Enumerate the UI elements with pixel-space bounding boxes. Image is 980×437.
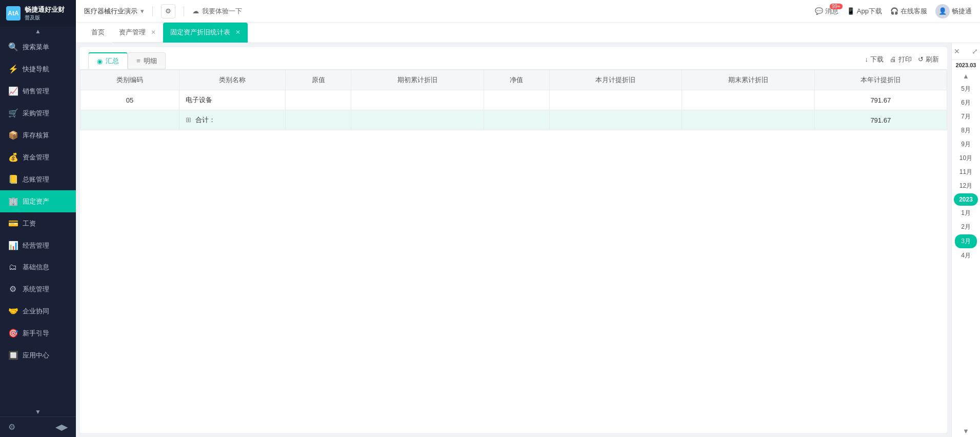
total-label: ⊞ 合计：	[179, 110, 286, 130]
download-button[interactable]: ↓ 下载	[865, 55, 884, 64]
date-month-10[interactable]: 10月	[952, 151, 980, 165]
col-name: 类别名称	[179, 70, 286, 90]
right-panel-header: ✕ ⤢	[952, 43, 980, 60]
total-monthly	[549, 110, 682, 130]
main-area: 医疗器械行业演示 ▾ ⚙ ☁ 我要体验一下 💬 消息 99+ 📱 App下载 🎧…	[76, 0, 980, 437]
sidebar-item-label: 经营管理	[23, 241, 49, 250]
user-menu-button[interactable]: 👤 畅捷通	[935, 4, 972, 18]
table-row: 05 电子设备 791.67	[81, 90, 947, 110]
tab-depreciation-label: 固定资产折旧统计表	[170, 28, 230, 37]
sidebar-scroll-down[interactable]: ▼	[0, 407, 76, 416]
topbar: 医疗器械行业演示 ▾ ⚙ ☁ 我要体验一下 💬 消息 99+ 📱 App下载 🎧…	[76, 0, 980, 23]
divider-2	[184, 6, 184, 16]
sidebar-item-app-center[interactable]: 🔲 应用中心	[0, 344, 76, 366]
sidebar-item-search[interactable]: 🔍 搜索菜单	[0, 36, 76, 58]
sidebar-item-purchase[interactable]: 🛒 采购管理	[0, 102, 76, 124]
date-nav-up[interactable]: ▲	[952, 70, 980, 82]
headset-icon: 🎧	[890, 7, 898, 15]
sidebar-item-collaboration[interactable]: 🤝 企业协同	[0, 300, 76, 322]
date-month-5[interactable]: 5月	[952, 82, 980, 96]
date-month-2[interactable]: 2月	[952, 220, 980, 234]
date-nav-down[interactable]: ▼	[952, 425, 980, 437]
sidebar-item-label: 工资	[23, 219, 36, 228]
sidebar-item-guide[interactable]: 🎯 新手引导	[0, 322, 76, 344]
date-month-3-active[interactable]: 3月	[955, 234, 977, 248]
row-monthly	[549, 90, 682, 110]
sidebar-item-label: 应用中心	[23, 351, 49, 360]
date-month-9[interactable]: 9月	[952, 137, 980, 151]
print-button[interactable]: 🖨 打印	[890, 55, 912, 64]
message-icon: 💬	[815, 7, 823, 15]
subtab-detail[interactable]: ≡ 明细	[128, 52, 166, 69]
sidebar-item-finance[interactable]: 💰 资金管理	[0, 146, 76, 168]
ledger-icon: 📒	[8, 174, 17, 184]
sidebar-menu: 🔍 搜索菜单 ⚡ 快捷导航 📈 销售管理 🛒 采购管理 📦 库存核算 💰 资金管…	[0, 36, 76, 407]
avatar: 👤	[935, 4, 950, 18]
company-selector[interactable]: 医疗器械行业演示 ▾	[84, 7, 144, 16]
total-period-end	[682, 110, 814, 130]
sidebar: AtA 畅捷通好业财 普及版 ▲ 🔍 搜索菜单 ⚡ 快捷导航 📈 销售管理 🛒 …	[0, 0, 76, 437]
col-monthly: 本月计提折旧	[549, 70, 682, 90]
date-month-4[interactable]: 4月	[952, 249, 980, 263]
system-icon: ⚙	[8, 284, 17, 294]
refresh-label: 刷新	[926, 55, 939, 64]
sidebar-item-label: 搜索菜单	[23, 43, 49, 52]
sidebar-item-sales[interactable]: 📈 销售管理	[0, 80, 76, 102]
collapse-icon[interactable]: ◀▶	[55, 422, 68, 432]
tab-depreciation-close-icon[interactable]: ✕	[235, 29, 241, 36]
customer-service-button[interactable]: 🎧 在线客服	[890, 7, 927, 16]
topbar-right: 💬 消息 99+ 📱 App下载 🎧 在线客服 👤 畅捷通	[815, 4, 972, 18]
date-month-8[interactable]: 8月	[952, 124, 980, 137]
col-period-end: 期末累计折旧	[682, 70, 814, 90]
sidebar-item-inventory[interactable]: 📦 库存核算	[0, 124, 76, 146]
sidebar-item-basic-info[interactable]: 🗂 基础信息	[0, 256, 76, 278]
col-code: 类别编码	[81, 70, 179, 90]
total-text: 合计：	[195, 116, 215, 124]
app-download-button[interactable]: 📱 App下载	[847, 7, 882, 16]
date-year-2023[interactable]: 2023	[954, 193, 978, 206]
panel-expand-icon[interactable]: ⤢	[972, 47, 978, 55]
sidebar-item-label: 新手引导	[23, 329, 49, 338]
subtab-summary[interactable]: ◉ 汇总	[88, 52, 128, 69]
sidebar-scroll-up[interactable]: ▲	[0, 27, 76, 36]
tab-home[interactable]: 首页	[84, 23, 112, 43]
col-accumulated: 期初累计折旧	[351, 70, 484, 90]
tab-asset-management[interactable]: 资产管理 ✕	[112, 23, 163, 43]
subtab-bar: ◉ 汇总 ≡ 明细 ↓ 下载 🖨 打印	[80, 47, 947, 70]
print-icon: 🖨	[890, 55, 896, 63]
tab-depreciation-table[interactable]: 固定资产折旧统计表 ✕	[163, 23, 248, 43]
row-name: 电子设备	[179, 90, 286, 110]
detail-label: 明细	[144, 56, 157, 66]
purchase-icon: 🛒	[8, 108, 17, 118]
sidebar-item-management[interactable]: 📊 经营管理	[0, 234, 76, 256]
messages-button[interactable]: 💬 消息 99+	[815, 7, 838, 16]
panel-close-icon[interactable]: ✕	[954, 47, 960, 55]
app-logo: AtA 畅捷通好业财 普及版	[0, 0, 76, 27]
settings-bottom-icon[interactable]: ⚙	[8, 422, 15, 432]
sidebar-item-quicknav[interactable]: ⚡ 快捷导航	[0, 58, 76, 80]
subtab-left: ◉ 汇总 ≡ 明细	[88, 52, 166, 69]
management-icon: 📊	[8, 241, 17, 250]
divider-1	[152, 6, 153, 16]
date-month-1[interactable]: 1月	[952, 206, 980, 220]
sidebar-item-ledger[interactable]: 📒 总账管理	[0, 168, 76, 190]
tab-asset-close-icon[interactable]: ✕	[151, 29, 156, 36]
date-month-11[interactable]: 11月	[952, 165, 980, 179]
sidebar-item-fixed-assets[interactable]: 🏢 固定资产	[0, 190, 76, 212]
date-month-6[interactable]: 6月	[952, 96, 980, 110]
sidebar-item-label: 资金管理	[23, 153, 49, 162]
gear-icon: ⚙	[165, 7, 171, 15]
topbar-settings-button[interactable]: ⚙	[161, 4, 175, 18]
sales-icon: 📈	[8, 86, 17, 96]
sidebar-item-label: 总账管理	[23, 175, 49, 184]
date-month-7[interactable]: 7月	[952, 110, 980, 124]
refresh-button[interactable]: ↺ 刷新	[918, 55, 939, 64]
download-icon: 📱	[847, 7, 855, 15]
sidebar-item-system[interactable]: ⚙ 系统管理	[0, 278, 76, 300]
date-month-12[interactable]: 12月	[952, 179, 980, 193]
tab-asset-label: 资产管理	[119, 28, 146, 37]
summary-icon: ◉	[97, 57, 103, 65]
sidebar-item-payroll[interactable]: 💳 工资	[0, 212, 76, 234]
experience-button[interactable]: ☁ 我要体验一下	[192, 7, 242, 16]
date-months-list: 5月 6月 7月 8月 9月 10月 11月	[952, 82, 980, 425]
